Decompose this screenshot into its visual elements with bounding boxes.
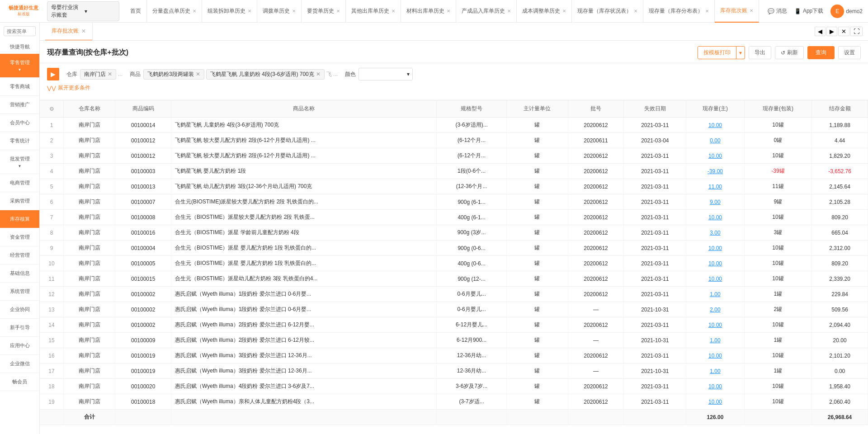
top-tab-xiancun1[interactable]: 现存量（库存状况表）✕ — [572, 0, 643, 23]
tab-close-chanpin[interactable]: ✕ — [507, 9, 511, 14]
cell-12-8[interactable]: 2.00 — [686, 302, 744, 317]
export-btn[interactable]: 导出 — [749, 46, 771, 59]
cell-9-8[interactable]: 10.00 — [686, 256, 744, 271]
sub-tab-close-kucun[interactable]: ✕ — [81, 28, 86, 34]
message-btn[interactable]: 💬 消息 — [768, 7, 787, 15]
sub-nav-close-btn[interactable]: ✕ — [838, 27, 849, 36]
search-input[interactable] — [4, 26, 36, 36]
top-tab-cailiao[interactable]: 材料出库单历史✕ — [401, 0, 456, 23]
top-nav-tabs: 首页分量盘点单历史✕组装拆卸单历史✕调拨单历史✕要货单历史✕其他出库单历史✕材料… — [125, 0, 762, 23]
sidebar-item-lingshow[interactable]: 零售管理▼ — [0, 54, 39, 78]
cell-0-8[interactable]: 10.00 — [686, 118, 744, 133]
cell-16-8[interactable]: 1.00 — [686, 363, 744, 379]
cell-11-8[interactable]: 1.00 — [686, 287, 744, 302]
cell-8-8[interactable]: 10.00 — [686, 241, 744, 256]
settings-icon[interactable]: ⚙ — [49, 106, 54, 112]
top-tab-fenliang[interactable]: 分量盘点单历史✕ — [147, 0, 202, 23]
top-tab-kucun[interactable]: 库存批次账✕ — [715, 0, 759, 23]
tab-close-kucun[interactable]: ✕ — [750, 8, 753, 13]
product-tag-2-remove[interactable]: ✕ — [316, 71, 321, 77]
product-tag-1: 飞鹤奶粉3段两罐装 ✕ — [143, 69, 204, 80]
sidebar-item-kucunhe[interactable]: 库存核算 — [0, 210, 39, 228]
top-tab-xiancun2[interactable]: 现存量（库存分布表）✕ — [643, 0, 715, 23]
sidebar-item-dianshang[interactable]: 电商管理 — [0, 174, 39, 192]
refresh-btn[interactable]: ↺ 刷新 — [775, 46, 804, 59]
filter-toggle-btn[interactable]: ▶ — [47, 68, 59, 80]
top-tab-diaobo[interactable]: 调拨单历史✕ — [257, 0, 302, 23]
expand-icon: ⋁⋁ — [47, 85, 56, 91]
cell-2-8[interactable]: 10.00 — [686, 148, 744, 164]
cell-7-8[interactable]: 3.00 — [686, 225, 744, 241]
print-dropdown-btn[interactable]: ▾ — [736, 47, 745, 58]
product-tag-1-remove[interactable]: ✕ — [196, 71, 200, 77]
cell-5-8[interactable]: 9.00 — [686, 194, 744, 210]
cell-1-7: 2021-03-04 — [624, 133, 686, 148]
sub-nav-prev-btn[interactable]: ◀ — [815, 27, 826, 36]
tab-close-diaobo[interactable]: ✕ — [292, 9, 296, 14]
top-tab-chanpin[interactable]: 产成品入库单历史✕ — [456, 0, 517, 23]
cell-1-8[interactable]: 0.00 — [686, 133, 744, 148]
sidebar-label-yingyong: 应用中心 — [10, 342, 30, 349]
cell-14-8[interactable]: 1.00 — [686, 333, 744, 348]
sidebar-item-xitong[interactable]: 系统管理 — [0, 283, 39, 301]
expand-more-btn[interactable]: ⋁⋁ 展开更多条件 — [47, 84, 861, 92]
cell-15-8[interactable]: 10.00 — [686, 348, 744, 363]
tab-close-qitachu[interactable]: ✕ — [392, 9, 395, 14]
sidebar-item-yingyong[interactable]: 应用中心 — [0, 337, 39, 355]
tab-close-xiancun2[interactable]: ✕ — [705, 9, 709, 14]
top-tab-home[interactable]: 首页 — [125, 0, 147, 23]
print-btn[interactable]: 按模板打印 — [698, 47, 736, 59]
app-download-btn[interactable]: 📱 App下载 — [794, 7, 823, 15]
cell-4-8[interactable]: 11.00 — [686, 179, 744, 194]
sidebar-item-lingsale[interactable]: 零售商城 — [0, 78, 39, 96]
top-tab-zuzhuang[interactable]: 组装拆卸单历史✕ — [202, 0, 257, 23]
cell-6-8[interactable]: 10.00 — [686, 210, 744, 225]
top-tab-qitachu[interactable]: 其他出库单历史✕ — [346, 0, 401, 23]
cell-3-8[interactable]: -39.00 — [686, 164, 744, 179]
cell-17-8[interactable]: 10.00 — [686, 379, 744, 394]
tab-close-yaohuo[interactable]: ✕ — [336, 9, 340, 14]
account-selector[interactable]: 母婴行业演示账套 ▾ — [47, 1, 119, 21]
cell-6-4: 400g (6-1... — [436, 210, 506, 225]
sidebar-item-pifa[interactable]: 批发管理▼ — [0, 150, 39, 174]
sidebar-item-qiye[interactable]: 企业协同 — [0, 301, 39, 319]
sidebar-item-weixin[interactable]: 企业微信 — [0, 355, 39, 373]
sidebar-item-xinshou[interactable]: 新手引导 — [0, 319, 39, 337]
cell-11-4: 0-6月婴儿... — [436, 287, 506, 302]
product-more[interactable]: 飞 ... — [326, 71, 338, 78]
settings-btn[interactable]: 设置 — [838, 46, 861, 59]
sub-tab-kucun[interactable]: 库存批次账 ✕ — [45, 23, 93, 41]
sidebar-item-caigou[interactable]: 采购管理 — [0, 192, 39, 210]
cell-4-7: 2021-03-11 — [624, 179, 686, 194]
sidebar-item-huiyuan[interactable]: 会员中心 — [0, 114, 39, 132]
top-tab-yaohuo[interactable]: 要货单历史✕ — [302, 0, 346, 23]
sub-nav-expand-btn[interactable]: ⛶ — [850, 27, 863, 36]
sidebar-item-lingtongji[interactable]: 零售统计 — [0, 132, 39, 150]
query-btn[interactable]: 查询 — [807, 46, 835, 59]
cell-18-8[interactable]: 10.00 — [686, 394, 744, 410]
cell-14-7: 2021-10-31 — [624, 333, 686, 348]
user-area[interactable]: E demo2 — [830, 5, 863, 18]
sub-nav-next-btn[interactable]: ▶ — [826, 27, 837, 36]
top-tab-chengben[interactable]: 成本调整单历史✕ — [517, 0, 572, 23]
cell-10-9: 10罐 — [744, 271, 811, 287]
warehouse-more[interactable]: ... — [118, 71, 123, 77]
warehouse-tag-remove[interactable]: ✕ — [108, 71, 112, 77]
cell-13-8[interactable]: 10.00 — [686, 317, 744, 333]
sidebar-item-quick-nav[interactable]: 快捷导航 — [0, 40, 39, 54]
cell-10-8[interactable]: 10.00 — [686, 271, 744, 287]
tab-close-cailiao[interactable]: ✕ — [447, 9, 450, 14]
tab-close-chengben[interactable]: ✕ — [562, 9, 566, 14]
sidebar-item-jingying[interactable]: 经营管理 — [0, 246, 39, 264]
tab-close-zuzhuang[interactable]: ✕ — [248, 9, 251, 14]
cell-3-10: -3,652.76 — [812, 164, 868, 179]
tab-close-fenliang[interactable]: ✕ — [193, 9, 196, 14]
sidebar-item-zijin[interactable]: 资金管理 — [0, 228, 39, 246]
cell-4-1: 南岸门店 — [64, 179, 115, 194]
table-row: 9南岸门店00100004合生元（BIOSTIME）派星 婴儿配方奶粉 1段 乳… — [40, 241, 868, 256]
sidebar-item-jichu[interactable]: 基础信息 — [0, 264, 39, 283]
color-input[interactable]: ▾ — [359, 68, 413, 80]
sidebar-item-changhui[interactable]: 畅会员 — [0, 373, 39, 391]
tab-close-xiancun1[interactable]: ✕ — [634, 9, 637, 14]
sidebar-item-yingxiao[interactable]: 营销推广 — [0, 96, 39, 114]
